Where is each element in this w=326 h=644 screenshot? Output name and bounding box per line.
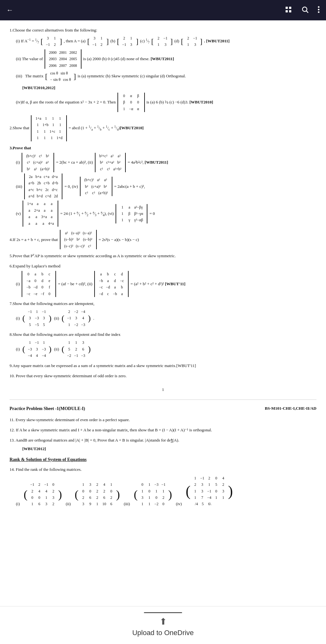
svg-rect-2	[286, 10, 288, 12]
det-3i: (b+c)²c²b² c²(c+a)²a² b²a²(a+b)²	[22, 153, 54, 172]
problem-3-iii-iv: (iii) 2ab+ac+ad+a a+b2bc+bd+b a+cb+c2cd+…	[10, 173, 316, 200]
problem-7-matrices: (i) ( −11−1 3−33 5−55 ) (ii) ( 2−2−4 −13…	[10, 308, 316, 328]
problem-4-line: 4.If 2s = a + b + c, prove that a²(s−a)²…	[10, 230, 316, 249]
svg-point-6	[318, 6, 320, 8]
grid-view-button[interactable]	[285, 6, 292, 15]
matrix-1i-e: [ 2−1 13 ]	[181, 35, 202, 48]
matrix-8i: ( 1−11 −33−3 −44−4 )	[22, 339, 51, 359]
matrix-1iii: [ cos θsin θ − sin θcos θ ]	[45, 70, 76, 83]
problem-6-i: (i) 0abc −a0de −b−d0f −c−e−f0 = (af − be…	[10, 271, 316, 297]
det-6ii: abcd −bad−c −c−dab −dc−ba	[94, 271, 129, 297]
problem-1-title: 1.Choose the correct alternatives from t…	[10, 27, 316, 34]
matrix-1i-d: [ 2−1 13 ]	[151, 35, 173, 48]
svg-point-7	[318, 9, 320, 10]
det-2: 1+a111 11+b11 111+c1 1111+d	[31, 115, 67, 141]
page-divider	[10, 400, 316, 400]
problem-5: 5.Prove that PᵀAP is symmetric or skew s…	[10, 252, 316, 259]
problem-8-matrices: (i) ( 1−11 −33−3 −44−4 ) (ii) ( 113 526 …	[10, 339, 316, 359]
practice-header: Practice Problem Sheet -1(MODULE-I) BS-M…	[10, 405, 316, 413]
matrix-14i: ( −12−10 2442 0013 1632 )	[24, 481, 62, 507]
det-1ii: 200020012002 200320042005 200620072008	[45, 49, 82, 69]
practice-code: BS-M101-CHE-I,CHE-II/AD	[265, 405, 316, 412]
problem-14-matrices: (i) ( −12−10 2442 0013 1632 ) (ii) ( 132…	[10, 475, 316, 507]
problem-1-iii: (iii) The matrix [ cos θsin θ − sin θcos…	[10, 70, 316, 83]
matrix-14ii: ( 13241 00220 26262 391106 )	[74, 481, 120, 507]
det-3vi: 1aa²−βγ 1ββ²−γα 1γγ²−αβ	[116, 204, 147, 223]
upload-text[interactable]: Upload to OneDrive	[132, 629, 194, 637]
svg-rect-1	[289, 7, 291, 9]
problem-7: 7.Show that the following matrices are i…	[10, 300, 316, 328]
practice-title: Practice Problem Sheet -1(MODULE-I)	[10, 405, 85, 413]
svg-point-4	[302, 7, 307, 11]
problem-1-i: (i) If A−1 = 1⁄7 [ 31 −12 ] , then A = (…	[10, 35, 316, 48]
problem-3-title: 3.Prove that	[10, 145, 316, 152]
matrix-1i-a: [ 31 −12 ]	[41, 35, 62, 48]
det-3iv: (b+c)²a²a² b²(c+a)²b² c²c²(a+b)²	[80, 177, 112, 196]
problem-1: 1.Choose the correct alternatives from t…	[10, 27, 316, 112]
matrix-8ii: ( 113 526 −2−1−3 )	[62, 339, 91, 359]
problem-9: 9.Any square matrix can be expressed as …	[10, 362, 316, 369]
problem-13-ref: [WBUT2012]	[10, 445, 316, 452]
matrix-1i-b: [ 31 −12 ]	[87, 35, 109, 48]
page-number: 1	[10, 386, 316, 393]
problem-10: 10. Prove that every skew-symmetric dete…	[10, 372, 316, 379]
matrix-14iv: ( 1−1204 23152 13−103 17−411 /456\ )	[186, 475, 233, 507]
det-6i: 0abc −a0de −b−d0f −c−e−f0	[22, 271, 56, 297]
det-3iii: 2ab+ac+ad+a a+b2bc+bd+b a+cb+c2cd+c a+db…	[24, 173, 63, 200]
more-options-button[interactable]	[318, 6, 320, 15]
problem-1-iii-ref: [WBUT2010,2012]	[10, 84, 316, 91]
search-button[interactable]	[301, 6, 309, 15]
problem-1-iv: (iv)If α, β are the roots of the equatio…	[10, 93, 316, 112]
problem-11: 11. Every skew-symmetric determinant of …	[10, 416, 316, 423]
det-4: a²(s−a)²(s−a)² (s−b)²b²(s−b)² (s−c)²(s−c…	[60, 230, 97, 249]
matrix-14iii: ( 01−3−1 1011 3102 11−20 )	[134, 481, 172, 507]
problem-2-title: 2.Show that 1+a111 11+b11 111+c1 1111+d …	[10, 115, 316, 141]
svg-line-5	[307, 11, 308, 13]
upload-bar[interactable]: ⬆ Upload to OneDrive	[0, 606, 326, 644]
det-3v: 1+aaaa a2+aaa aa3+aa aaa4+a	[23, 201, 58, 227]
problem-8: 8.Show that the following matrices are n…	[10, 331, 316, 359]
problem-6: 6.Expand by Laplace's method (i) 0abc −a…	[10, 263, 316, 297]
problem-13: 13. AandB are orthogonal matrices and |A…	[10, 437, 316, 452]
rank-section-title: Rank & Solution of System of Equations	[10, 456, 316, 464]
problem-3: 3.Prove that (i) (b+c)²c²b² c²(c+a)²a² b…	[10, 145, 316, 227]
upload-underline-bar	[144, 612, 182, 613]
det-1iv: 0αβ β00 1−αα	[117, 93, 145, 112]
matrix-7i: ( −11−1 3−33 5−55 )	[22, 308, 51, 328]
problem-12: 12. If A be a skew symmetric matrix and …	[10, 427, 316, 434]
problem-3-i: (i) (b+c)²c²b² c²(c+a)²a² b²a²(a+b)² = 2…	[10, 153, 316, 172]
problem-3-v-vi: (v) 1+aaaa a2+aaa aa3+aa aaa4+a = 24 (1 …	[10, 201, 316, 227]
problem-2: 2.Show that 1+a111 11+b11 111+c1 1111+d …	[10, 115, 316, 141]
upload-icon: ⬆	[159, 616, 167, 627]
det-3ii: b²+c²a²a² b²c²+a²b² c²c²a²+b²	[95, 153, 126, 172]
back-button[interactable]: ←	[6, 6, 13, 14]
svg-rect-0	[286, 7, 288, 9]
svg-point-8	[318, 11, 320, 13]
matrix-1i-c: [ 21 −13 ]	[117, 35, 138, 48]
problem-1-ii: (ii) The value of 200020012002 200320042…	[10, 49, 316, 69]
matrix-7ii: ( 2−2−4 −134 1−2−3 )	[62, 308, 91, 328]
svg-rect-3	[289, 10, 291, 12]
top-navigation-bar: ←	[0, 0, 326, 20]
problem-14: 14. Find the rank of the following matri…	[10, 466, 316, 507]
problem-4: 4.If 2s = a + b + c, prove that a²(s−a)²…	[10, 230, 316, 249]
